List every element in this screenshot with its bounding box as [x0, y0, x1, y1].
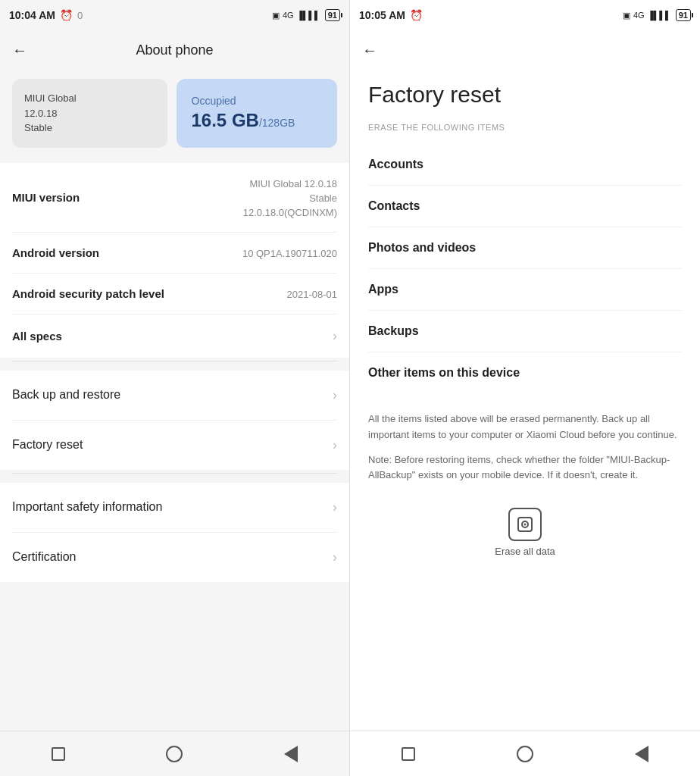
miui-info-card: MIUI Global 12.0.18 Stable	[12, 79, 167, 148]
android-version-item: Android version 10 QP1A.190711.020	[12, 233, 337, 274]
left-page-title: About phone	[36, 42, 313, 58]
factory-content: Factory reset ERASE THE FOLLOWING ITEMS …	[350, 70, 700, 731]
security-patch-value: 2021-08-01	[287, 289, 338, 300]
certification-item[interactable]: Certification ›	[12, 533, 337, 582]
left-panel: 10:04 AM ⏰ 0 ▣ 4G ▐▌▌▌ 91 ← About phone …	[0, 0, 350, 776]
right-signal-bars: ▐▌▌▌	[648, 11, 671, 20]
right-status-bar: 10:05 AM ⏰ ▣ 4G ▐▌▌▌ 91	[350, 0, 700, 30]
security-patch-label: Android security patch level	[12, 287, 164, 300]
right-triangle-icon	[635, 746, 648, 762]
right-circle-icon	[517, 746, 533, 762]
miui-version-right: MIUI Global 12.0.18 Stable 12.0.18.0(QCD…	[243, 177, 337, 218]
left-nav-square-button[interactable]	[45, 740, 72, 768]
left-back-button[interactable]: ←	[12, 42, 27, 59]
factory-reset-title: Factory reset	[368, 82, 682, 108]
left-sim-icon: ▣	[272, 11, 280, 20]
erase-backups: Backups	[368, 311, 682, 352]
erase-contacts: Contacts	[368, 186, 682, 227]
factory-reset-chevron-icon: ›	[333, 437, 337, 453]
right-nav-bar	[350, 731, 700, 776]
svg-point-2	[524, 524, 527, 526]
left-zero: 0	[77, 10, 83, 21]
right-square-icon	[402, 747, 415, 761]
erase-all-label: Erase all data	[495, 546, 555, 557]
storage-total: /128GB	[259, 117, 295, 129]
right-nav-circle-button[interactable]	[511, 740, 539, 768]
erase-apps: Apps	[368, 269, 682, 311]
miui-version-val3: 12.0.18.0(QCDINXM)	[243, 207, 337, 218]
backup-restore-label: Back up and restore	[12, 388, 120, 402]
right-alarm-icon: ⏰	[410, 9, 423, 21]
left-nav-bar	[0, 731, 349, 776]
certification-label: Certification	[12, 550, 76, 564]
erase-other-items: Other items on this device	[368, 352, 682, 393]
erase-items-list: Accounts Contacts Photos and videos Apps…	[368, 144, 682, 393]
miui-version-val2: Stable	[309, 192, 337, 204]
left-circle-icon	[166, 746, 183, 762]
miui-version-val1: MIUI Global 12.0.18	[249, 178, 337, 189]
factory-reset-item[interactable]: Factory reset ›	[12, 421, 337, 470]
left-battery: 91	[325, 9, 340, 21]
erase-all-button[interactable]: Erase all data	[368, 502, 682, 563]
left-time: 10:04 AM	[9, 9, 55, 21]
certification-chevron-icon: ›	[333, 549, 337, 565]
right-time: 10:05 AM	[359, 9, 405, 21]
note-text: Note: Before restoring items, check whet…	[368, 452, 682, 484]
right-nav-back-button[interactable]	[628, 740, 655, 768]
backup-restore-item[interactable]: Back up and restore ›	[12, 371, 337, 421]
backup-restore-chevron-icon: ›	[333, 387, 337, 403]
left-about-content: MIUI Global 12.0.18 Stable Occupied 16.5…	[0, 70, 349, 731]
miui-version-item: MIUI version MIUI Global 12.0.18 Stable …	[12, 163, 337, 233]
left-nav-circle-button[interactable]	[161, 740, 188, 768]
miui-info-section: MIUI Global 12.0.18 Stable Occupied 16.5…	[0, 70, 349, 157]
erase-all-svg-icon	[516, 515, 534, 534]
miui-version-label: MIUI version	[12, 191, 80, 204]
all-specs-label: All specs	[12, 330, 62, 343]
erase-photos: Photos and videos	[368, 227, 682, 269]
right-status-icons: ▣ 4G ▐▌▌▌ 91	[623, 9, 691, 21]
divider-1	[12, 361, 337, 361]
all-specs-chevron-icon: ›	[333, 328, 337, 344]
left-square-icon	[52, 747, 65, 761]
menu-section-1: Back up and restore › Factory reset ›	[0, 371, 349, 470]
right-nav-square-button[interactable]	[395, 740, 422, 768]
right-top-bar: ←	[350, 30, 700, 70]
left-signal-bars: ▐▌▌▌	[297, 11, 320, 20]
left-alarm-icon: ⏰	[60, 9, 73, 21]
warning-text: All the items listed above will be erase…	[368, 411, 682, 443]
right-panel: 10:05 AM ⏰ ▣ 4G ▐▌▌▌ 91 ← Factory reset …	[350, 0, 700, 776]
android-version-label: Android version	[12, 246, 99, 259]
storage-value: 16.5 GB/128GB	[192, 110, 323, 131]
left-top-bar: ← About phone	[0, 30, 349, 70]
left-status-icons: ▣ 4G ▐▌▌▌ 91	[272, 9, 340, 21]
right-4g-icon: 4G	[633, 11, 645, 20]
left-4g-icon: 4G	[283, 11, 294, 20]
factory-reset-label: Factory reset	[12, 438, 83, 452]
security-patch-item: Android security patch level 2021-08-01	[12, 274, 337, 314]
erase-accounts: Accounts	[368, 144, 682, 186]
safety-info-chevron-icon: ›	[333, 499, 337, 515]
right-sim-icon: ▣	[623, 11, 630, 20]
right-battery: 91	[676, 9, 691, 21]
android-version-value: 10 QP1A.190711.020	[242, 248, 337, 259]
erase-section-label: ERASE THE FOLLOWING ITEMS	[368, 123, 682, 132]
safety-info-item[interactable]: Important safety information ›	[12, 483, 337, 533]
left-triangle-icon	[284, 746, 298, 762]
menu-section-2: Important safety information › Certifica…	[0, 483, 349, 582]
miui-version-line1: MIUI Global 12.0.18 Stable	[24, 91, 155, 136]
specs-section: MIUI version MIUI Global 12.0.18 Stable …	[0, 163, 349, 358]
safety-info-label: Important safety information	[12, 500, 162, 514]
storage-card: Occupied 16.5 GB/128GB	[177, 79, 338, 148]
left-status-bar: 10:04 AM ⏰ 0 ▣ 4G ▐▌▌▌ 91	[0, 0, 349, 30]
divider-2	[12, 473, 337, 474]
left-nav-back-button[interactable]	[277, 740, 305, 768]
all-specs-item[interactable]: All specs ›	[12, 314, 337, 358]
storage-label: Occupied	[192, 95, 323, 107]
erase-all-icon	[508, 508, 542, 541]
right-back-button[interactable]: ←	[362, 42, 377, 59]
